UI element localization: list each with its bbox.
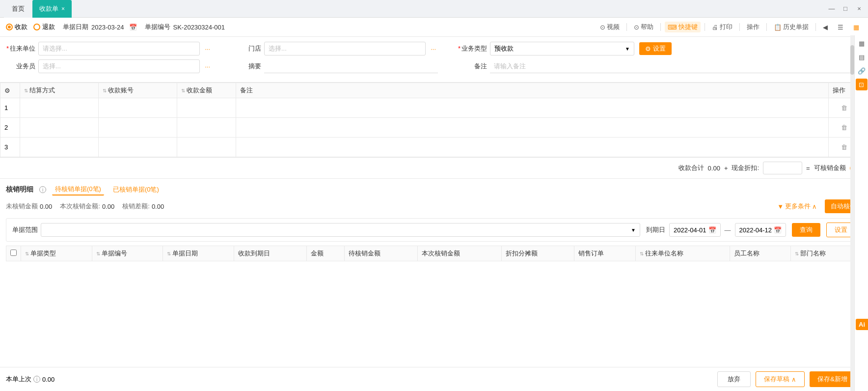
date-col-header: ⇅ 单据日期 (163, 246, 234, 261)
row3-delete-btn[interactable]: 🗑 (840, 142, 848, 152)
history-label: 历史单据 (783, 23, 809, 31)
done-tab[interactable]: 已核销单据(0笔) (110, 184, 162, 195)
row3-account[interactable] (99, 138, 177, 157)
table-row: 1 🗑 ⧉ (0, 98, 868, 118)
ai-badge[interactable]: Ai (856, 319, 868, 330)
tab-receipt-label: 收款单 (39, 0, 58, 18)
row1-delete-btn[interactable]: 🗑 (840, 103, 848, 113)
discard-btn[interactable]: 放弃 (717, 371, 751, 387)
stats-row: 未核销金额 0.00 本次核销金额: 0.00 核销差额: 0.00 ▼ 更多条… (6, 199, 862, 213)
verify-title: 核销明细 (6, 185, 33, 194)
window-close-btn[interactable]: × (854, 4, 864, 14)
calendar-from-icon: 📅 (708, 226, 716, 234)
history-btn[interactable]: 📋 历史单据 (771, 22, 812, 32)
no-col-header: ⇅ 单据编号 (92, 246, 163, 261)
maximize-btn[interactable]: □ (841, 4, 850, 14)
diff-label: 核销差额: (122, 202, 150, 211)
business-type-select[interactable]: 预收款 ▼ (490, 42, 634, 56)
info-icon[interactable]: i (39, 186, 46, 193)
video-btn[interactable]: ⊙ 视频 (597, 22, 623, 32)
row1-account[interactable] (99, 98, 177, 118)
date-from-input[interactable]: 2022-04-01 📅 (669, 223, 721, 237)
minimize-btn[interactable]: — (827, 4, 837, 14)
sidebar-icon-active[interactable]: ⊡ (856, 79, 868, 90)
tab-home[interactable]: 首页 (4, 0, 32, 18)
current-verify-value: 0.00 (102, 203, 114, 210)
tab-receipt[interactable]: 收款单 × (32, 0, 72, 18)
store-input[interactable]: 选择... (264, 42, 426, 56)
query-btn[interactable]: 查询 (792, 223, 820, 237)
row1-amount[interactable] (177, 98, 236, 118)
last-order-label: 本单上次 (6, 375, 31, 384)
current-verify-stat: 本次核销金额: 0.00 (60, 202, 114, 211)
salesman-ellipsis[interactable]: ··· (203, 63, 212, 70)
scroll-thumb[interactable] (850, 45, 854, 75)
unchecked-stat: 未核销金额 0.00 (6, 202, 52, 211)
sep4 (739, 23, 740, 31)
due-col-header: 收款到期日 (234, 246, 306, 261)
form-area: 往来单位 请选择... ··· 门店 选择... ··· 业务类型 预收款 ▼ (0, 37, 868, 83)
more-conditions-btn[interactable]: ▼ 更多条件 ∧ (777, 202, 817, 211)
receipt-radio[interactable]: 收款 (6, 23, 27, 31)
calendar-icon[interactable]: 📅 (129, 24, 137, 31)
notes-input[interactable]: 请输入备注 (490, 59, 862, 73)
row3-amount[interactable] (177, 138, 236, 157)
due-date-field: 到期日 2022-04-01 📅 — 2022-04-12 📅 (646, 223, 786, 237)
form-row-1: 往来单位 请选择... ··· 门店 选择... ··· 业务类型 预收款 ▼ (6, 42, 862, 56)
shortcut-btn[interactable]: ⌨ 快捷键 (665, 22, 701, 32)
type-col-header: ⇅ 单据类型 (21, 246, 92, 261)
info-circle-icon[interactable]: i (33, 376, 40, 383)
salesman-input[interactable]: 选择... (38, 59, 200, 73)
current-verify-label: 本次核销金额: (60, 202, 100, 211)
help-btn[interactable]: ⊙ 帮助 (631, 22, 656, 32)
row2-note[interactable] (236, 118, 829, 138)
row2-account[interactable] (99, 118, 177, 138)
counterpart-input[interactable]: 请选择... (38, 42, 200, 56)
tab-close-btn[interactable]: × (61, 0, 65, 18)
row1-settlement[interactable] (20, 98, 99, 118)
save-draft-label: 保存草稿 (764, 375, 789, 384)
sidebar-icon-1[interactable]: ▦ (856, 37, 868, 49)
row3-settlement[interactable] (20, 138, 99, 157)
counterpart-ellipsis[interactable]: ··· (203, 45, 212, 53)
refund-radio[interactable]: 退款 (33, 23, 55, 31)
prev-btn[interactable]: ◀ (820, 23, 831, 32)
sidebar-link-icon[interactable]: 🔗 (856, 65, 868, 77)
row3-note[interactable] (236, 138, 829, 157)
notes-placeholder: 请输入备注 (494, 62, 526, 71)
set-label: 设置 (835, 226, 847, 233)
operate-btn[interactable]: 操作 (744, 22, 762, 32)
footer-actions: 放弃 保存草稿 ∧ 保存&新增 ∧ (717, 371, 862, 387)
select-all-checkbox[interactable] (10, 250, 17, 256)
save-draft-btn[interactable]: 保存草稿 ∧ (756, 371, 805, 387)
row2-delete-btn[interactable]: 🗑 (840, 123, 848, 133)
range-select[interactable]: ▼ (41, 223, 640, 237)
row1-note[interactable] (236, 98, 829, 118)
discount-input[interactable] (763, 162, 802, 174)
settings-button[interactable]: ⚙ 设置 (639, 42, 672, 55)
list-view-btn[interactable]: ☰ (835, 23, 846, 32)
print-btn[interactable]: 🖨 打印 (709, 22, 735, 32)
receipt-radio-dot (6, 24, 13, 30)
tab-bar: 首页 收款单 × — □ × (0, 0, 868, 18)
summary-input[interactable] (264, 59, 438, 73)
row2-amount[interactable] (177, 118, 236, 138)
diff-value: 0.00 (152, 203, 164, 210)
store-ellipsis[interactable]: ··· (429, 45, 438, 53)
grid-view-btn[interactable]: ▦ (850, 23, 862, 32)
receipt-label: 收款 (15, 23, 27, 31)
gear-col-header[interactable]: ⚙ (0, 83, 20, 98)
date-to-input[interactable]: 2022-04-12 📅 (735, 223, 787, 237)
row2-settlement[interactable] (20, 118, 99, 138)
row3-no: 3 (0, 138, 20, 157)
table-row: 3 🗑 ⧉ (0, 138, 868, 157)
business-type-label: 业务类型 (458, 44, 487, 53)
equals-sign: = (806, 165, 810, 172)
sidebar-icon-2[interactable]: ▤ (856, 51, 868, 63)
pending-tab[interactable]: 待核销单据(0笔) (52, 184, 104, 196)
gear-icon[interactable]: ⚙ (4, 87, 10, 94)
discount-label2: 折扣分摊额 (506, 250, 538, 257)
print-icon: 🖨 (712, 24, 718, 31)
date-from-value: 2022-04-01 (674, 226, 706, 234)
help-label: 帮助 (641, 23, 653, 31)
